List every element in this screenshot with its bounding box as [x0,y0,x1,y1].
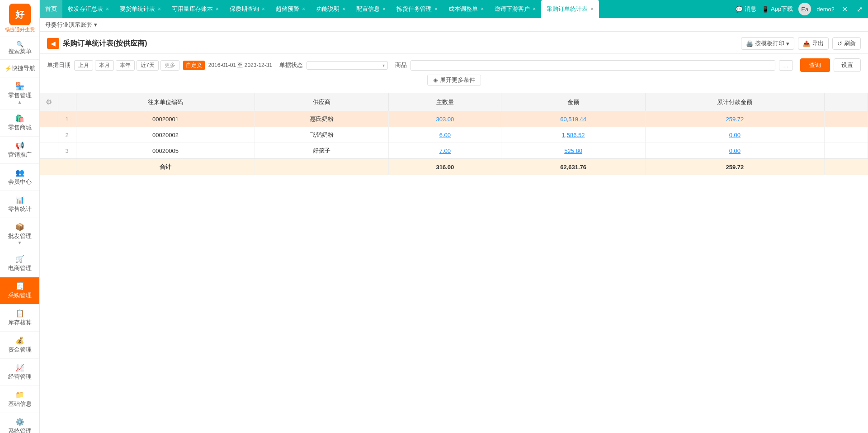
collapse-sidebar-btn[interactable]: ◀ [47,38,59,49]
row1-amount[interactable]: 60,519.44 [501,111,645,127]
row1-quantity[interactable]: 303.00 [389,111,501,127]
tab-config-info-close[interactable]: × [382,6,386,12]
app-download-action[interactable]: 📱 App下载 [762,5,793,13]
settings-button[interactable]: 设置 [834,58,861,72]
goods-input[interactable] [410,60,775,71]
tab-purchase-order-stats[interactable]: 采购订单统计表 × [541,0,599,18]
expand-filter-btn[interactable]: ⊕ 展开更多条件 [427,75,481,86]
sidebar-item-retail-stats[interactable]: 📊 零售统计 [0,191,39,218]
member-icon: 👥 [15,168,24,177]
tab-overstock-warning[interactable]: 超储预警 × [270,0,311,18]
row3-checkbox[interactable] [40,143,58,159]
settings-col-icon[interactable]: ⚙ [46,98,52,106]
row3-paid[interactable]: 0.00 [645,143,824,159]
export-button[interactable]: 📤 导出 [798,37,829,50]
tab-collect-pay-close[interactable]: × [106,6,109,12]
tab-purchase-order-stats-close[interactable]: × [590,6,594,12]
tab-invite-downstream[interactable]: 邀请下游客户 × [489,0,541,18]
col-quantity: 主数量 [389,93,501,111]
goods-filter-group: 商品 … [395,60,793,71]
sidebar-menu: 🏪 零售管理 ▲ 🛍️ 零售商城 📢 营销推广 👥 会员中心 📊 零售统计 📦 … [0,77,39,433]
status-dropdown-icon: ▾ [382,63,385,68]
table-row[interactable]: 2 00020002 飞鹤奶粉 6.00 1,586.52 0.00 [40,127,868,143]
date-btn-this-month[interactable]: 本月 [95,60,114,71]
data-table: ⚙ 往来单位编码 供应商 主数量 金额 累计付款金额 1 [40,93,868,175]
date-btn-this-year[interactable]: 本年 [116,60,135,71]
data-table-area: ⚙ 往来单位编码 供应商 主数量 金额 累计付款金额 1 [40,93,868,433]
row3-quantity[interactable]: 7.00 [389,143,501,159]
message-action[interactable]: 💬 消息 [736,5,756,13]
logo-text: 畅捷通好生意 [5,26,35,33]
goods-more-btn[interactable]: … [779,60,793,71]
tab-available-stock[interactable]: 可用量库存账本 × [166,0,224,18]
sidebar-item-basic-info[interactable]: 📁 基础信息 [0,386,39,413]
tab-expiry-query-label: 保质期查询 [230,5,259,13]
row1-paid[interactable]: 259.72 [645,111,824,127]
tab-func-desc[interactable]: 功能说明 × [311,0,351,18]
sidebar-item-marketing-label: 营销推广 [8,151,32,159]
sidebar-item-retail[interactable]: 🏪 零售管理 ▲ [0,77,39,109]
tab-invite-downstream-close[interactable]: × [533,6,536,12]
tab-collect-pay-label: 收发存汇总表 [68,5,103,13]
col-supplier-name: 供应商 [255,93,389,111]
row2-extra [824,127,868,143]
query-button[interactable]: 查询 [800,58,830,72]
sidebar-item-operations[interactable]: 📈 经营管理 [0,359,39,386]
ecommerce-icon: 🛒 [15,255,24,263]
sidebar-item-purchase[interactable]: 🧾 采购管理 [0,277,39,305]
wholesale-icon: 📦 [15,223,24,231]
sidebar-item-retail-store[interactable]: 🛍️ 零售商城 [0,109,39,137]
sidebar-item-ecommerce[interactable]: 🛒 电商管理 [0,250,39,277]
row2-checkbox[interactable] [40,127,58,143]
sidebar-item-member[interactable]: 👥 会员中心 [0,164,39,191]
tab-pickup-task[interactable]: 拣货任务管理 × [391,0,443,18]
tab-cost-adjust[interactable]: 成本调整单 × [443,0,489,18]
tab-expiry-query-close[interactable]: × [262,6,265,12]
message-label: 消息 [745,5,756,13]
user-name[interactable]: demo2 [816,6,835,13]
page-actions: 🖨️ 按模板打印 ▾ 📤 导出 ↺ 刷新 [741,37,861,50]
row1-checkbox[interactable] [40,111,58,127]
tab-purchase-stats-close[interactable]: × [158,6,161,12]
sidebar-item-inventory[interactable]: 📋 库存核算 [0,305,39,332]
row2-quantity[interactable]: 6.00 [389,127,501,143]
status-select[interactable]: ▾ [307,61,388,70]
row3-amount[interactable]: 525.80 [501,143,645,159]
print-button[interactable]: 🖨️ 按模板打印 ▾ [741,37,794,50]
user-avatar[interactable]: Ea [798,3,811,15]
sidebar-item-sys-mgmt[interactable]: ⚙️ 系统管理 [0,413,39,433]
search-menu[interactable]: 🔍 搜索菜单 [0,37,39,60]
nav-close-all[interactable]: ✕ [840,4,849,14]
row2-paid[interactable]: 0.00 [645,127,824,143]
print-label: 按模板打印 [755,39,784,48]
tab-config-info[interactable]: 配置信息 × [351,0,391,18]
date-btn-7days[interactable]: 近7天 [137,60,159,71]
nav-maximize[interactable]: ⤢ [855,4,864,14]
summary-supplier-empty [255,159,389,175]
row2-index: 2 [58,127,76,143]
sidebar-item-finance[interactable]: 💰 资金管理 [0,332,39,359]
tab-func-desc-close[interactable]: × [342,6,345,12]
company-selector[interactable]: 母婴行业演示账套 ▾ [45,21,97,29]
row2-amount[interactable]: 1,586.52 [501,127,645,143]
summary-extra [824,159,868,175]
sidebar-item-wholesale-label: 批发管理 [8,232,32,240]
date-btn-last-month[interactable]: 上月 [74,60,93,71]
sidebar-item-quick-nav[interactable]: ⚡ 快捷导航 [0,62,39,75]
tab-collect-pay[interactable]: 收发存汇总表 × [62,0,114,18]
tab-pickup-task-close[interactable]: × [434,6,438,12]
date-btn-more[interactable]: 更多 [160,60,179,71]
tab-cost-adjust-close[interactable]: × [481,6,484,12]
sidebar-item-wholesale[interactable]: 📦 批发管理 ▼ [0,218,39,250]
tab-overstock-warning-close[interactable]: × [302,6,305,12]
col-settings[interactable]: ⚙ [40,93,58,111]
tab-available-stock-close[interactable]: × [216,6,219,12]
table-row[interactable]: 1 00020001 惠氏奶粉 303.00 60,519.44 259.72 [40,111,868,127]
refresh-button[interactable]: ↺ 刷新 [832,37,861,50]
table-row[interactable]: 3 00020005 好孩子 7.00 525.80 0.00 [40,143,868,159]
tab-home[interactable]: 首页 [40,0,62,18]
sidebar-item-marketing[interactable]: 📢 营销推广 [0,137,39,164]
tab-purchase-stats[interactable]: 要货单统计表 × [114,0,166,18]
tab-expiry-query[interactable]: 保质期查询 × [224,0,270,18]
marketing-icon: 📢 [15,141,24,150]
